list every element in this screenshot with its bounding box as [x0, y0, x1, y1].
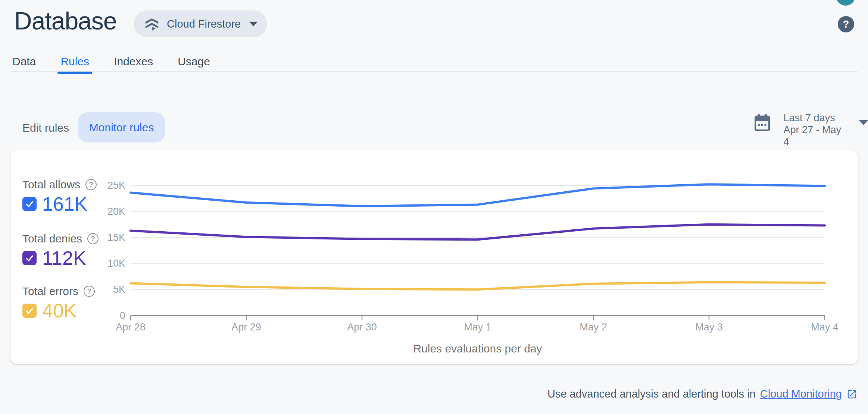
date-range-picker[interactable]: Last 7 days Apr 27 - May 4 [755, 112, 868, 148]
tab-data[interactable]: Data [12, 54, 36, 71]
svg-text:May 1: May 1 [464, 322, 491, 333]
svg-text:May 2: May 2 [580, 322, 607, 333]
question-mark-icon: ? [843, 19, 849, 30]
svg-text:10K: 10K [107, 258, 125, 269]
svg-text:Apr 29: Apr 29 [231, 322, 261, 333]
rules-monitoring-card: Total allows ? 161K Total denies ? 112K [10, 150, 858, 364]
svg-text:5K: 5K [113, 284, 125, 295]
date-range-primary: Last 7 days [783, 112, 849, 124]
cloud-monitoring-link[interactable]: Cloud Monitoring [760, 388, 842, 400]
firestore-icon [143, 15, 160, 32]
date-range-text: Last 7 days Apr 27 - May 4 [783, 112, 849, 148]
footer-text: Use advanced analysis and alerting tools… [547, 388, 756, 400]
page-title: Database [14, 9, 117, 33]
svg-text:Apr 30: Apr 30 [347, 322, 377, 333]
tab-rules[interactable]: Rules [60, 54, 89, 71]
external-link-icon[interactable] [846, 389, 858, 400]
svg-text:15K: 15K [107, 232, 125, 243]
svg-text:Apr 28: Apr 28 [116, 322, 146, 333]
edit-rules-button[interactable]: Edit rules [22, 121, 69, 135]
svg-text:Rules evaluations per day: Rules evaluations per day [413, 342, 542, 355]
chevron-down-icon [859, 120, 868, 125]
footer-note: Use advanced analysis and alerting tools… [547, 388, 858, 400]
svg-text:0: 0 [120, 310, 125, 321]
database-product-selector[interactable]: Cloud Firestore [134, 10, 267, 37]
help-button[interactable]: ? [838, 16, 854, 32]
tab-bar: Data Rules Indexes Usage [10, 54, 858, 72]
svg-text:May 3: May 3 [695, 322, 723, 333]
svg-text:May 4: May 4 [811, 322, 839, 333]
product-selector-label: Cloud Firestore [167, 18, 241, 30]
chevron-down-icon [249, 22, 257, 26]
rules-evaluations-chart: 05K10K15K20K25KApr 28Apr 29Apr 30May 1Ma… [10, 150, 858, 364]
monitor-rules-button[interactable]: Monitor rules [78, 112, 165, 142]
calendar-icon [755, 114, 770, 131]
tab-indexes[interactable]: Indexes [114, 54, 153, 71]
tab-usage[interactable]: Usage [178, 54, 210, 71]
svg-text:25K: 25K [107, 180, 125, 191]
database-rules-monitor-page: ? Database Cloud Firestore Data Rules In… [0, 0, 868, 414]
user-avatar[interactable] [836, 0, 855, 6]
date-range-secondary: Apr 27 - May 4 [783, 124, 849, 148]
svg-text:20K: 20K [107, 206, 125, 217]
